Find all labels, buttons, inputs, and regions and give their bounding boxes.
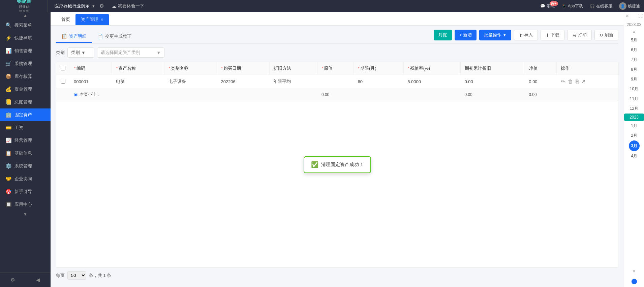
sidebar-item-inventory[interactable]: 📦 库存核算 [0,70,51,83]
month-4[interactable]: 4月 [624,151,644,161]
th-period: *期限(月) [354,62,404,75]
sidebar-item-search[interactable]: 🔍 搜索菜单 [0,19,51,32]
experience-button[interactable]: ☁ 我要体验一下 [112,3,144,9]
panel-close-button[interactable]: ✕ [625,13,629,19]
sidebar: ▲ 🔍 搜索菜单 ⚡ 快捷导航 📊 销售管理 🛒 采购管理 📦 库存核算 💰 资… [0,12,51,287]
batch-button[interactable]: 批量操作 ▼ [479,30,511,40]
th-name: *资产名称 [112,62,164,75]
sidebar-item-collab[interactable]: 🤝 企业协同 [0,172,51,185]
sidebar-scroll-up[interactable]: ▲ [0,12,51,19]
month-6[interactable]: 6月 [624,45,644,55]
sidebar-item-system[interactable]: ⚙️ 系统管理 [0,160,51,172]
panel-expand-button[interactable]: ⛶ [638,13,643,19]
new-button[interactable]: + 新增 [455,30,477,40]
month-5[interactable]: 5月 [624,35,644,45]
sidebar-item-fixed-assets[interactable]: 🏢 固定资产 [0,108,51,121]
sub-tab-voucher-label: 变更生成凭证 [105,33,131,39]
sidebar-label-fixed-assets: 固定资产 [14,112,32,118]
sidebar-item-purchase[interactable]: 🛒 采购管理 [0,57,51,70]
edit-icon[interactable]: ✏ [561,78,565,85]
sidebar-item-quicknav[interactable]: ⚡ 快捷导航 [0,32,51,44]
sidebar-label-sales: 销售管理 [14,48,32,54]
sidebar-collapse-btn[interactable]: ◀ [35,276,41,284]
sidebar-item-salary[interactable]: 💳 工资 [0,121,51,134]
month-12[interactable]: 12月 [624,104,644,114]
delete-icon[interactable]: 🗑 [568,78,573,85]
sidebar-label-quicknav: 快捷导航 [14,35,32,41]
sub-tab-asset-detail[interactable]: 📋 资产明细 [56,31,92,43]
month-7[interactable]: 7月 [624,55,644,65]
sidebar-scroll-down[interactable]: ▼ [0,211,51,218]
copy-icon[interactable]: ⎘ [576,78,579,85]
sales-icon: 📊 [5,48,12,54]
filter-category-select[interactable]: 类别 ▼ [67,47,94,58]
purchase-icon: 🛒 [5,61,12,67]
select-all-checkbox[interactable] [61,66,65,70]
sidebar-item-sales[interactable]: 📊 销售管理 [0,44,51,57]
scroll-down-arrow[interactable]: ▼ [632,267,636,275]
pagination: 每页 50 100 条，共 1 条 [56,268,618,283]
subtotal-label: 本页小计： [80,92,100,97]
user-profile[interactable]: 👤 畅捷通 [619,2,640,10]
sub-tabs: 📋 资产明细 📄 变更生成凭证 对账 + 新增 批量操作 [56,30,618,43]
th-net-value: 净值 [525,62,557,75]
filter-asset-dropdown[interactable]: 请选择固定资产类别 ▼ [97,47,164,58]
duizhang-button[interactable]: 对账 [434,30,452,40]
refresh-button[interactable]: ↻ 刷新 [594,30,618,40]
sidebar-item-funds[interactable]: 💰 资金管理 [0,83,51,96]
batch-label: 批量操作 [484,32,501,38]
top-bar: 畅捷通 好业财 普及版 医疗器械行业演示 ▼ ⚙ ☁ 我要体验一下 💬 消息 9… [0,0,644,12]
import-button[interactable]: ⬆ 导入 [514,30,538,40]
total-text: 条，共 1 条 [89,273,111,279]
tab-asset-management[interactable]: 资产管理 ✕ [75,14,109,25]
subtotal-row: ▣ 本页小计： 0.00 0.00 0.00 [56,88,618,101]
month-9[interactable]: 9月 [624,74,644,84]
sidebar-item-basic-info[interactable]: 📋 基础信息 [0,147,51,160]
sidebar-item-apps[interactable]: 🔲 应用中心 [0,198,51,211]
right-panel-header: ✕ ⛶ [624,12,644,20]
content-area: 首页 资产管理 ✕ 📋 资产明细 📄 变更生成凭证 [51,12,624,287]
month-3-current[interactable]: 3月 [629,140,640,151]
batch-caret-icon: ▼ [503,33,507,37]
new-label: + 新增 [459,32,472,38]
tab-home[interactable]: 首页 [56,14,75,25]
row-dep-method: 年限平均 [269,75,317,88]
service-icon: 🎧 [590,4,595,8]
month-2[interactable]: 2月 [624,131,644,140]
year-2023-label[interactable]: 2023 [624,114,644,121]
apps-icon: 🔲 [5,201,12,208]
sidebar-item-ledger[interactable]: 📒 总账管理 [0,96,51,108]
settings-icon[interactable]: ⚙ [99,3,104,9]
sidebar-label-purchase: 采购管理 [14,61,32,67]
panel-bottom-button[interactable]: ⬤ [631,275,637,287]
more-icon[interactable]: ↗ [581,78,586,85]
app-download-button[interactable]: 📱 App下载 [561,3,583,9]
scroll-up-arrow[interactable]: ▲ [632,28,636,35]
tab-close-icon[interactable]: ✕ [100,18,103,22]
month-11[interactable]: 11月 [624,94,644,104]
message-button[interactable]: 💬 消息 99+ [540,3,555,9]
filter-asset-placeholder: 请选择固定资产类别 [101,50,140,56]
row-checkbox[interactable] [61,79,65,84]
company-selector[interactable]: 医疗器械行业演示 ▼ [55,3,95,9]
sub-tab-voucher[interactable]: 📄 变更生成凭证 [92,31,137,43]
print-button[interactable]: 🖨 打印 [567,30,592,40]
sidebar-item-operations[interactable]: 📈 经营管理 [0,134,51,147]
sidebar-settings-btn[interactable]: ⚙ [9,276,16,284]
row-period: 60 [354,75,404,88]
sidebar-item-guide[interactable]: 🎯 新手引导 [0,185,51,198]
month-8[interactable]: 8月 [624,65,644,74]
online-service-button[interactable]: 🎧 在线客服 [590,3,612,9]
tab-home-label: 首页 [61,17,70,23]
guide-icon: 🎯 [5,189,12,195]
company-dropdown-arrow: ▼ [92,4,95,8]
year-label: 2023.03 [627,20,641,28]
service-label: 在线客服 [596,3,612,9]
app-label: App下载 [568,3,583,9]
month-10[interactable]: 10月 [624,84,644,94]
page-size-select[interactable]: 50 100 [67,271,86,280]
download-button[interactable]: ⬇ 下载 [541,30,564,40]
month-1[interactable]: 1月 [624,121,644,131]
tab-asset-label: 资产管理 [81,17,98,23]
success-toast: ✅ 清理固定资产成功！ [304,156,371,173]
